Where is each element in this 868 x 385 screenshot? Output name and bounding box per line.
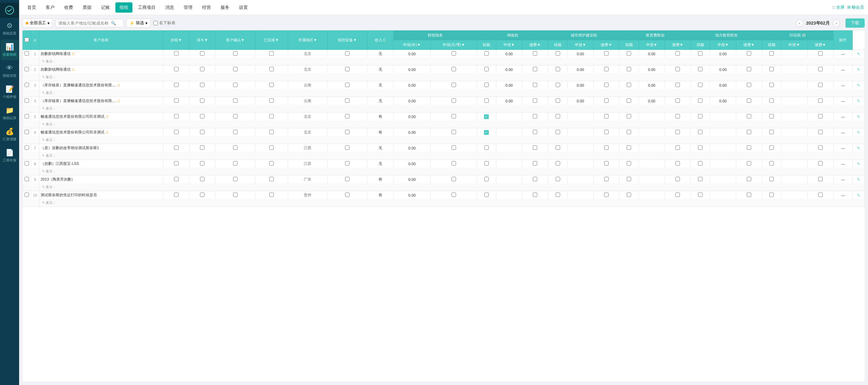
row-checkbox[interactable] bbox=[818, 51, 823, 56]
row-checkbox[interactable] bbox=[200, 177, 204, 181]
row-operation[interactable]: ✎ bbox=[853, 144, 865, 152]
row-checkbox[interactable] bbox=[675, 130, 680, 134]
row-checkbox[interactable] bbox=[345, 145, 350, 150]
row-checkbox[interactable] bbox=[769, 83, 774, 87]
row-checkbox[interactable] bbox=[25, 177, 29, 181]
row-tax-device[interactable] bbox=[328, 50, 367, 58]
row-checkbox[interactable] bbox=[675, 145, 680, 150]
edit-icon[interactable]: ✎ bbox=[857, 161, 860, 166]
row-vat-declare[interactable] bbox=[522, 113, 548, 121]
row-checkbox[interactable] bbox=[269, 67, 274, 71]
row-clear-card[interactable] bbox=[189, 191, 215, 199]
row-local-edu-pay[interactable] bbox=[762, 175, 781, 184]
row-stamp-declare[interactable] bbox=[807, 50, 833, 58]
row-select-cell[interactable] bbox=[23, 50, 31, 58]
row-stamp-declare[interactable] bbox=[807, 144, 833, 152]
row-checkbox[interactable] bbox=[233, 98, 238, 103]
row-stamp-pay[interactable]: — bbox=[833, 160, 852, 168]
row-checkbox[interactable] bbox=[269, 192, 274, 197]
row-city-declare[interactable] bbox=[594, 81, 620, 89]
row-checkbox[interactable] bbox=[269, 83, 274, 87]
row-checkbox[interactable] bbox=[345, 98, 350, 103]
row-stamp-pay[interactable]: — bbox=[833, 128, 852, 137]
row-edu-pay[interactable] bbox=[691, 66, 710, 74]
row-fin-year[interactable] bbox=[431, 191, 477, 199]
row-checkbox[interactable] bbox=[604, 161, 609, 166]
row-checkbox[interactable] bbox=[627, 192, 631, 197]
row-clear-card[interactable] bbox=[189, 66, 215, 74]
row-checkbox[interactable] bbox=[604, 145, 609, 150]
row-checkbox[interactable] bbox=[200, 83, 204, 87]
row-customer-confirm[interactable] bbox=[215, 160, 255, 168]
row-checkbox[interactable] bbox=[533, 192, 537, 197]
row-checkbox[interactable] bbox=[818, 130, 823, 134]
row-vat-declare[interactable] bbox=[522, 191, 548, 199]
row-vat-pay[interactable] bbox=[548, 97, 567, 105]
row-city-declare[interactable] bbox=[594, 144, 620, 152]
row-select-cell[interactable] bbox=[23, 128, 31, 137]
row-tax-paid[interactable] bbox=[255, 128, 288, 137]
row-checkbox[interactable] bbox=[747, 98, 751, 103]
download-button[interactable]: 下载 bbox=[845, 18, 865, 28]
row-checkbox[interactable] bbox=[452, 114, 456, 118]
row-city-declare[interactable] bbox=[594, 50, 620, 58]
row-vat-declare[interactable] bbox=[522, 97, 548, 105]
nav-manage[interactable]: 管理 bbox=[180, 2, 197, 13]
row-stamp-declare[interactable] bbox=[807, 128, 833, 137]
row-checkbox[interactable] bbox=[25, 51, 29, 56]
row-checkbox[interactable] bbox=[698, 51, 702, 56]
row-city-pay[interactable] bbox=[620, 175, 639, 184]
sidebar-item-tax-records[interactable]: 📁 报税记录 bbox=[1, 103, 18, 124]
row-operation[interactable]: ✎ bbox=[853, 128, 865, 137]
row-checkbox[interactable] bbox=[675, 192, 680, 197]
nav-finance[interactable]: 经营 bbox=[198, 2, 215, 13]
row-checkbox[interactable] bbox=[747, 51, 751, 56]
row-stamp-declare[interactable] bbox=[807, 191, 833, 199]
row-checkbox[interactable] bbox=[627, 145, 631, 150]
row-tax-device[interactable] bbox=[328, 66, 367, 74]
row-checkbox[interactable] bbox=[174, 98, 179, 103]
row-tax-device[interactable] bbox=[328, 175, 367, 184]
row-fin-month[interactable] bbox=[477, 50, 496, 58]
row-fin-month[interactable]: ✓ bbox=[477, 113, 496, 121]
row-checkbox[interactable] bbox=[452, 51, 456, 56]
row-checkbox[interactable] bbox=[556, 130, 560, 134]
row-checkbox[interactable] bbox=[627, 130, 631, 134]
row-edu-pay[interactable] bbox=[691, 97, 710, 105]
nav-business[interactable]: 工商项目 bbox=[134, 2, 160, 13]
row-fin-month[interactable] bbox=[477, 175, 496, 184]
label-check[interactable]: 名下标表 bbox=[153, 20, 175, 26]
next-date-btn[interactable]: › bbox=[833, 19, 840, 27]
row-checkbox[interactable] bbox=[484, 51, 489, 56]
row-checkbox[interactable] bbox=[698, 98, 702, 103]
row-fin-year[interactable] bbox=[431, 113, 477, 121]
row-vat-pay[interactable] bbox=[548, 144, 567, 152]
row-customer-confirm[interactable] bbox=[215, 66, 255, 74]
edit-icon[interactable]: ✎ bbox=[857, 130, 860, 135]
row-customer-confirm[interactable] bbox=[215, 113, 255, 121]
row-vat-declare[interactable] bbox=[522, 128, 548, 137]
row-checkbox[interactable] bbox=[452, 67, 456, 71]
row-vat-declare[interactable] bbox=[522, 144, 548, 152]
row-city-declare[interactable] bbox=[594, 128, 620, 137]
row-customer-confirm[interactable] bbox=[215, 191, 255, 199]
row-checkbox[interactable] bbox=[818, 161, 823, 166]
row-city-declare[interactable] bbox=[594, 160, 620, 168]
row-local-edu-declare[interactable] bbox=[736, 113, 762, 121]
row-city-pay[interactable] bbox=[620, 144, 639, 152]
row-stamp-declare[interactable] bbox=[807, 97, 833, 105]
prev-date-btn[interactable]: ‹ bbox=[796, 19, 803, 27]
row-city-pay[interactable] bbox=[620, 50, 639, 58]
row-checkbox[interactable] bbox=[269, 145, 274, 150]
row-checkbox[interactable] bbox=[698, 83, 702, 87]
row-clear-card[interactable] bbox=[189, 50, 215, 58]
row-city-declare[interactable] bbox=[594, 191, 620, 199]
row-fin-month[interactable] bbox=[477, 66, 496, 74]
row-copy-tax[interactable] bbox=[163, 97, 189, 105]
row-local-edu-declare[interactable] bbox=[736, 66, 762, 74]
row-checkbox[interactable] bbox=[269, 161, 274, 166]
row-local-edu-pay[interactable] bbox=[762, 191, 781, 199]
row-checkbox[interactable] bbox=[675, 51, 680, 56]
row-edu-pay[interactable] bbox=[691, 113, 710, 121]
row-vat-pay[interactable] bbox=[548, 113, 567, 121]
